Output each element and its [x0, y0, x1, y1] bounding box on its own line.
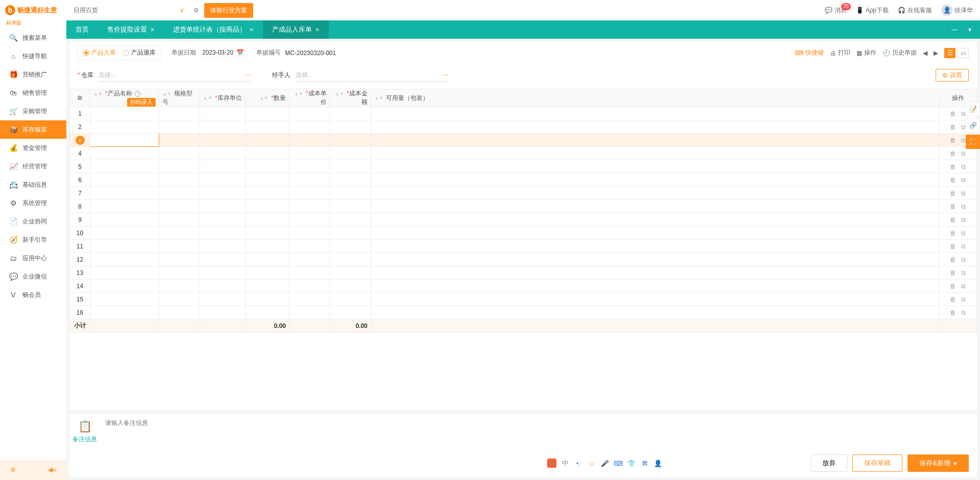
available-cell[interactable]: [371, 173, 939, 187]
table-row[interactable]: 9🗑⧉: [70, 213, 977, 226]
copy-row-icon[interactable]: ⧉: [961, 203, 966, 210]
available-cell[interactable]: [371, 160, 939, 173]
available-cell[interactable]: [371, 240, 939, 253]
table-row[interactable]: 11🗑⧉: [70, 240, 977, 253]
available-cell[interactable]: [371, 213, 939, 226]
experience-button[interactable]: 体验行业方案: [204, 3, 253, 18]
price-cell[interactable]: [289, 160, 330, 173]
amount-cell[interactable]: [330, 173, 371, 187]
unit-cell[interactable]: [200, 306, 246, 319]
table-row[interactable]: 10🗑⧉: [70, 226, 977, 240]
nav-item-11[interactable]: 🧭新手引导: [0, 231, 66, 249]
table-row[interactable]: 6🗑⧉: [70, 173, 977, 187]
nav-item-1[interactable]: ⌂快捷导航: [0, 47, 66, 65]
tab-menu-button[interactable]: ▾: [964, 24, 976, 35]
amount-cell[interactable]: [330, 134, 371, 147]
unit-cell[interactable]: [200, 280, 246, 293]
th-spec[interactable]: ▲▼ 规格型号: [159, 89, 200, 107]
delete-row-icon[interactable]: 🗑: [950, 123, 956, 131]
price-cell[interactable]: [289, 280, 330, 293]
tab-3[interactable]: 产成品入库单✕: [263, 20, 329, 39]
delete-row-icon[interactable]: 🗑: [950, 163, 956, 170]
product-name-cell[interactable]: [90, 306, 159, 319]
online-service-button[interactable]: 🎧 在线客服: [898, 6, 932, 15]
unit-cell[interactable]: [200, 147, 246, 160]
rail-expand-icon[interactable]: ⛶: [966, 135, 980, 149]
delete-row-icon[interactable]: 🗑: [950, 176, 956, 184]
qty-cell[interactable]: [246, 226, 289, 240]
available-cell[interactable]: [371, 200, 939, 213]
delete-row-icon[interactable]: 🗑: [950, 269, 956, 276]
amount-cell[interactable]: [330, 306, 371, 319]
delete-row-icon[interactable]: 🗑: [950, 203, 956, 210]
close-icon[interactable]: ✕: [150, 27, 155, 33]
copy-row-icon[interactable]: ⧉: [961, 137, 966, 144]
remark-input[interactable]: [100, 414, 977, 449]
delete-row-icon[interactable]: 🗑: [950, 216, 956, 223]
amount-cell[interactable]: [330, 120, 371, 134]
spec-cell[interactable]: [159, 240, 200, 253]
prev-button[interactable]: ◀: [923, 49, 927, 57]
product-name-cell[interactable]: [90, 147, 159, 160]
radio-product-in[interactable]: 产品入库: [83, 48, 116, 57]
product-name-cell[interactable]: [90, 280, 159, 293]
th-qty[interactable]: ▲▼ *数量: [246, 89, 289, 107]
table-row[interactable]: 12🗑⧉: [70, 253, 977, 266]
available-cell[interactable]: [371, 134, 939, 147]
category-settings-icon[interactable]: ⚙: [193, 7, 199, 14]
qty-cell[interactable]: [246, 240, 289, 253]
copy-row-icon[interactable]: ⧉: [961, 256, 966, 263]
close-icon[interactable]: ✕: [249, 27, 254, 33]
delete-row-icon[interactable]: 🗑: [950, 137, 956, 144]
add-row-button[interactable]: +: [76, 136, 85, 145]
view-card-button[interactable]: ▭: [958, 48, 969, 58]
spec-cell[interactable]: [159, 306, 200, 319]
spec-cell[interactable]: [159, 226, 200, 240]
discard-button[interactable]: 放弃: [811, 454, 847, 472]
th-available[interactable]: ▲▼ 可用量（包装）: [371, 89, 939, 107]
nav-item-6[interactable]: 💰资金管理: [0, 139, 66, 157]
table-row[interactable]: +🗑⧉: [70, 134, 977, 147]
copy-row-icon[interactable]: ⧉: [961, 150, 966, 157]
rail-link-icon[interactable]: 🔗: [966, 118, 980, 133]
ime-mic-icon[interactable]: 🎤: [600, 459, 609, 468]
nav-item-9[interactable]: ⚙系统管理: [0, 194, 66, 212]
save-new-button[interactable]: 保存&新增 ▾: [908, 454, 969, 472]
product-name-cell[interactable]: [90, 107, 159, 120]
price-cell[interactable]: [289, 240, 330, 253]
tab-1[interactable]: 售价提取设置✕: [98, 20, 164, 39]
qty-cell[interactable]: [246, 266, 289, 280]
product-name-cell[interactable]: [90, 253, 159, 266]
ime-punct-icon[interactable]: •,: [574, 459, 583, 468]
unit-cell[interactable]: [200, 200, 246, 213]
qty-cell[interactable]: [246, 200, 289, 213]
th-unit[interactable]: ▲▼ *库存单位: [200, 89, 246, 107]
nav-item-8[interactable]: 📇基础信息: [0, 175, 66, 194]
copy-row-icon[interactable]: ⧉: [961, 110, 966, 117]
nav-item-0[interactable]: 🔍搜索菜单: [0, 29, 66, 47]
available-cell[interactable]: [371, 293, 939, 306]
amount-cell[interactable]: [330, 293, 371, 306]
price-cell[interactable]: [289, 266, 330, 280]
copy-row-icon[interactable]: ⧉: [961, 309, 966, 316]
th-amount[interactable]: ▲▼ *成本金额: [330, 89, 371, 107]
qty-cell[interactable]: [246, 173, 289, 187]
amount-cell[interactable]: [330, 213, 371, 226]
amount-cell[interactable]: [330, 226, 371, 240]
nav-item-12[interactable]: 🗂应用中心: [0, 249, 66, 267]
delete-row-icon[interactable]: 🗑: [950, 296, 956, 303]
table-row[interactable]: 5🗑⧉: [70, 160, 977, 173]
amount-cell[interactable]: [330, 160, 371, 173]
table-row[interactable]: 4🗑⧉: [70, 147, 977, 160]
tab-0[interactable]: 首页: [66, 20, 98, 39]
app-download-button[interactable]: 📱 App下载: [856, 6, 889, 15]
copy-row-icon[interactable]: ⧉: [961, 269, 966, 276]
amount-cell[interactable]: [330, 107, 371, 120]
copy-row-icon[interactable]: ⧉: [961, 163, 966, 170]
product-name-cell[interactable]: [90, 187, 159, 200]
save-draft-button[interactable]: 保存草稿: [852, 454, 902, 472]
spec-cell[interactable]: [159, 134, 200, 147]
spec-cell[interactable]: [159, 107, 200, 120]
spec-cell[interactable]: [159, 266, 200, 280]
copy-row-icon[interactable]: ⧉: [961, 176, 966, 184]
